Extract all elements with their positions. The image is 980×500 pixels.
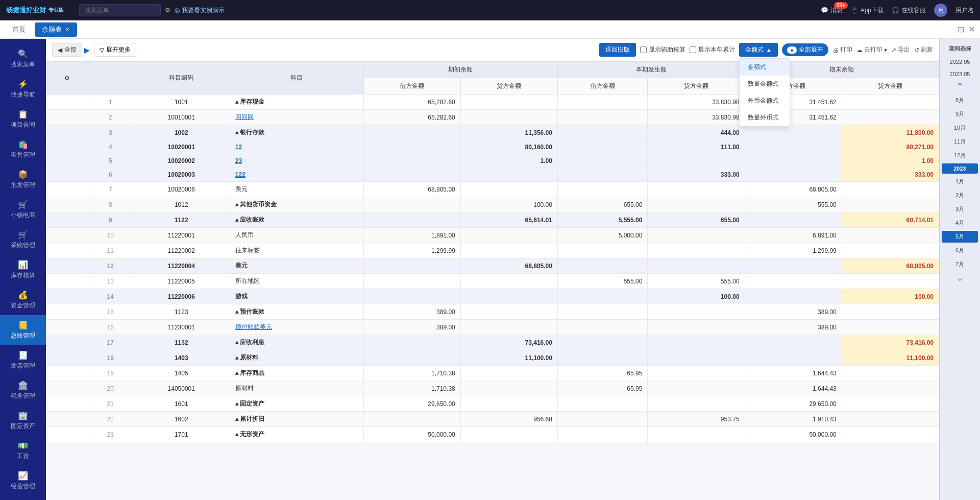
nav-forward-icon[interactable]: ▶ <box>84 46 90 54</box>
sidebar-item-ledger[interactable]: 📒 总账管理 <box>0 315 46 345</box>
sidebar-item-management[interactable]: 📈 经营管理 <box>0 466 46 496</box>
cell-op-credit <box>460 304 557 320</box>
cell-name: 美元 <box>230 258 363 274</box>
all-button[interactable]: ◀ 全部 <box>52 43 82 57</box>
panel-scroll-up-icon[interactable]: ⌃ <box>956 81 964 92</box>
cell-name[interactable]: ▴ 库存现金 <box>230 94 363 110</box>
cell-op-credit <box>460 182 557 197</box>
message-button[interactable]: 💬 消息 99+ <box>821 6 843 15</box>
cell-name[interactable]: ▴ 固定资产 <box>230 396 363 412</box>
panel-month-11[interactable]: 11月 <box>942 136 978 148</box>
panel-month-5[interactable]: 5月 <box>942 231 978 243</box>
amount-style-button[interactable]: 金额式 ▲ <box>739 43 778 57</box>
panel-scroll-down-icon[interactable]: ⌄ <box>956 272 964 283</box>
sidebar-item-retail[interactable]: 🛍️ 零售管理 <box>0 134 46 164</box>
cell-op-credit <box>460 274 557 289</box>
sidebar-item-expense[interactable]: 📄 小畅报销 <box>0 496 46 500</box>
row-number: 8 <box>88 197 133 212</box>
tab-home[interactable]: 首页 <box>5 22 33 37</box>
topbar: 畅捷通好业财 专业版 ⚙ ◎ 我要看实例演示 💬 消息 99+ 📱 App下载 … <box>0 0 980 20</box>
panel-year-end[interactable]: 2023.05 <box>942 69 978 79</box>
cell-op-credit <box>460 94 557 110</box>
cell-op-debit <box>363 412 460 427</box>
cell-name[interactable]: ▴ 原材料 <box>230 350 363 366</box>
panel-month-3[interactable]: 3月 <box>942 203 978 215</box>
cell-name[interactable]: 回回回 <box>230 110 363 125</box>
cell-cl-credit <box>842 427 939 442</box>
cell-op-credit <box>460 228 557 243</box>
content-area: ◀ 全部 ▶ ▽ 展开更多 退回旧版 显示辅助核算 显示本年累计 金额 <box>46 39 939 500</box>
export-button[interactable]: ↗ 导出 <box>891 45 910 54</box>
cell-name[interactable]: 23 <box>230 154 363 168</box>
cell-name[interactable]: ▴ 其他货币资金 <box>230 197 363 212</box>
panel-year-2023[interactable]: 2023 <box>942 163 978 174</box>
cell-name[interactable]: ▴ 银行存款 <box>230 125 363 140</box>
avatar[interactable]: 用 <box>934 4 947 17</box>
panel-month-2[interactable]: 2月 <box>942 189 978 201</box>
demo-link[interactable]: ◎ 我要看实例演示 <box>175 6 225 15</box>
tab-close-icon[interactable]: ✕ <box>65 26 70 33</box>
cell-name[interactable]: ▴ 库存商品 <box>230 366 363 381</box>
sidebar-item-purchase[interactable]: 🛒 采购管理 <box>0 225 46 255</box>
cell-cur-debit <box>557 289 647 304</box>
cell-name: 游戏 <box>230 289 363 304</box>
cell-name[interactable]: 122 <box>230 168 363 182</box>
row-number: 5 <box>88 154 133 168</box>
dropdown-item-qty-foreign[interactable]: 数量外币式 <box>740 109 790 126</box>
cell-name[interactable]: 12 <box>230 140 363 154</box>
cell-name[interactable]: ▴ 无形资产 <box>230 427 363 442</box>
cell-code: 10010001 <box>133 110 230 125</box>
panel-month-8[interactable]: 8月 <box>942 94 978 106</box>
search-input[interactable] <box>79 4 161 16</box>
cell-op-credit <box>460 289 557 304</box>
cloud-print-button[interactable]: ☁ 云打印 ▾ <box>856 45 887 54</box>
row-settings <box>46 381 88 396</box>
sidebar-item-search[interactable]: 🔍 搜索菜单 <box>0 44 46 74</box>
sidebar-item-capital[interactable]: 💰 资金管理 <box>0 285 46 315</box>
panel-month-9[interactable]: 9月 <box>942 108 978 120</box>
panel-year-start[interactable]: 2022.05 <box>942 57 978 67</box>
show-assistant-checkbox[interactable]: 显示辅助核算 <box>640 45 685 54</box>
dropdown-item-foreign-amount[interactable]: 外币金额式 <box>740 92 790 109</box>
gear-icon[interactable]: ⚙ <box>165 7 170 14</box>
cell-name[interactable]: ▴ 累计折旧 <box>230 412 363 427</box>
main-layout: 🔍 搜索菜单 ⚡ 快捷导航 📋 项目合同 🛍️ 零售管理 📦 批发管理 🛒 小畅… <box>0 39 980 500</box>
cell-name[interactable]: 预付账款美元 <box>230 320 363 335</box>
refresh-button[interactable]: ↺ 刷新 <box>914 45 933 54</box>
panel-month-6[interactable]: 6月 <box>942 245 978 256</box>
tabbar-restore-button[interactable]: ⊡ <box>958 25 964 34</box>
panel-month-1[interactable]: 1月 <box>942 176 978 187</box>
sidebar-item-invoice[interactable]: 🧾 发票管理 <box>0 345 46 375</box>
sidebar-item-payroll[interactable]: 💵 工资 <box>0 436 46 466</box>
tabbar-close-button[interactable]: ✕ <box>968 25 975 34</box>
panel-month-12[interactable]: 12月 <box>942 150 978 161</box>
tab-balance-sheet[interactable]: 余额表 ✕ <box>35 22 77 37</box>
dropdown-item-amount[interactable]: 金额式 <box>740 59 790 76</box>
cell-name[interactable]: ▴ 应收账款 <box>230 212 363 228</box>
sidebar-item-quick-nav[interactable]: ⚡ 快捷导航 <box>0 74 46 104</box>
show-year-total-checkbox[interactable]: 显示本年累计 <box>690 45 735 54</box>
row-settings <box>46 182 88 197</box>
expand-all-toggle[interactable]: ● 全部展开 <box>782 43 828 56</box>
cell-name[interactable]: ▴ 应收利息 <box>230 335 363 350</box>
dropdown-item-qty-amount[interactable]: 数量金额式 <box>740 76 790 92</box>
cell-name[interactable]: ▴ 预付账款 <box>230 304 363 320</box>
panel-month-4[interactable]: 4月 <box>942 217 978 229</box>
app-download-button[interactable]: 📱 App下载 <box>851 6 884 15</box>
th-settings[interactable]: ⚙ <box>46 62 88 94</box>
expand-more-button[interactable]: ▽ 展开更多 <box>94 43 136 57</box>
online-service-button[interactable]: 🎧 在线客服 <box>892 6 926 15</box>
left-arrow-icon: ◀ <box>58 46 62 54</box>
row-settings <box>46 258 88 274</box>
sidebar-item-inventory[interactable]: 📊 库存核算 <box>0 255 46 285</box>
panel-month-7[interactable]: 7月 <box>942 258 978 270</box>
sidebar-item-tax[interactable]: 🏛️ 税务管理 <box>0 375 46 406</box>
panel-month-10[interactable]: 10月 <box>942 122 978 134</box>
sidebar-item-project[interactable]: 📋 项目合同 <box>0 104 46 134</box>
sidebar-item-wholesale[interactable]: 📦 批发管理 <box>0 164 46 195</box>
print-button[interactable]: 🖨 打印 <box>832 45 852 54</box>
cell-cur-credit: 953.75 <box>648 412 745 427</box>
back-old-button[interactable]: 退回旧版 <box>599 43 636 57</box>
sidebar-item-ecommerce[interactable]: 🛒 小畅电商 <box>0 195 46 225</box>
sidebar-item-fixed-assets[interactable]: 🏢 固定资产 <box>0 406 46 436</box>
